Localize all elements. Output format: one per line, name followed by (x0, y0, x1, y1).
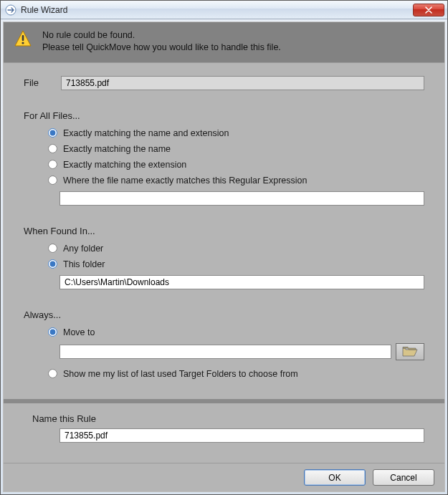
window-title: Rule Wizard (21, 5, 413, 15)
radio-regex[interactable]: Where the file name exactly matches this… (24, 173, 424, 188)
radio-showlist-label: Show me my list of last used Target Fold… (63, 369, 298, 379)
folder-input[interactable] (59, 275, 424, 289)
radio-this-folder-label: This folder (63, 259, 105, 269)
radio-ext-input[interactable] (48, 160, 57, 169)
cancel-button[interactable]: Cancel (373, 469, 434, 486)
rule-wizard-window: Rule Wizard No rule could be found. Plea… (0, 0, 448, 495)
regex-input[interactable] (59, 191, 424, 206)
app-icon (5, 4, 16, 16)
svg-point-2 (22, 42, 24, 44)
info-line2: Please tell QuickMove how you would like… (42, 42, 281, 54)
content: File For All Files... Exactly matching t… (4, 63, 444, 463)
ok-button[interactable]: OK (304, 469, 366, 486)
radio-name-label: Exactly matching the name (63, 144, 171, 154)
radio-any-folder[interactable]: Any folder (24, 241, 424, 256)
radio-name[interactable]: Exactly matching the name (24, 141, 424, 157)
radio-showlist-input[interactable] (48, 369, 57, 378)
radio-regex-label: Where the file name exactly matches this… (63, 176, 307, 186)
warning-icon (14, 29, 32, 48)
section-always-title: Always... (24, 309, 424, 320)
close-button[interactable] (413, 4, 444, 16)
radio-name-ext-label: Exactly matching the name and extension (63, 128, 229, 138)
radio-this-folder-input[interactable] (48, 259, 57, 269)
radio-moveto-label: Move to (63, 327, 95, 337)
radio-name-input[interactable] (48, 144, 57, 153)
name-rule-section: Name this Rule (24, 403, 424, 443)
section-found-title: When Found In... (24, 226, 424, 236)
radio-ext[interactable]: Exactly matching the extension (24, 157, 424, 173)
file-label: File (24, 77, 61, 88)
info-line1: No rule could be found. (42, 29, 281, 42)
dialog-footer: OK Cancel (4, 463, 444, 491)
name-rule-input[interactable] (59, 428, 424, 443)
radio-moveto-input[interactable] (48, 327, 57, 337)
radio-any-folder-input[interactable] (48, 244, 57, 253)
info-bar: No rule could be found. Please tell Quic… (4, 22, 444, 63)
file-field[interactable] (61, 76, 424, 90)
radio-moveto[interactable]: Move to (24, 325, 424, 340)
radio-any-folder-label: Any folder (63, 244, 103, 254)
section-all-files-title: For All Files... (24, 110, 424, 121)
svg-rect-1 (22, 35, 24, 41)
radio-showlist[interactable]: Show me my list of last used Target Fold… (24, 366, 424, 382)
info-text: No rule could be found. Please tell Quic… (42, 29, 281, 54)
radio-name-ext-input[interactable] (48, 128, 57, 138)
name-rule-label: Name this Rule (32, 413, 424, 424)
folder-icon (402, 346, 418, 357)
client-area: No rule could be found. Please tell Quic… (3, 21, 445, 492)
radio-this-folder[interactable]: This folder (24, 256, 424, 272)
radio-regex-input[interactable] (48, 176, 57, 185)
moveto-input[interactable] (59, 345, 391, 359)
titlebar: Rule Wizard (1, 1, 447, 19)
radio-name-ext[interactable]: Exactly matching the name and extension (24, 125, 424, 141)
browse-button[interactable] (396, 343, 424, 360)
radio-ext-label: Exactly matching the extension (63, 160, 186, 170)
